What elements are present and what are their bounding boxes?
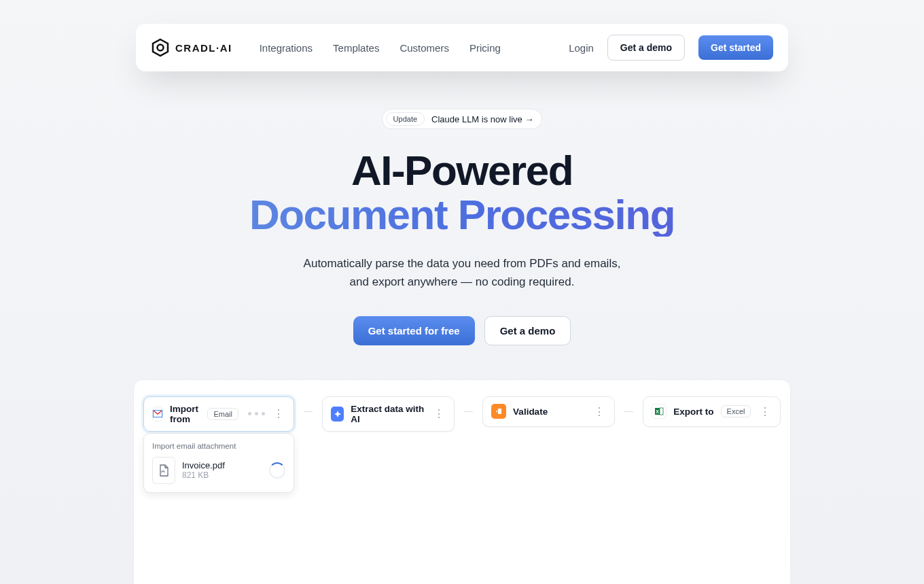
nav-pricing[interactable]: Pricing <box>469 42 501 54</box>
pdf-icon <box>152 457 175 484</box>
connector <box>464 411 473 413</box>
attachment-panel: Import email attachment Invoice.pdf 821 … <box>143 433 294 493</box>
extract-label: Extract data with AI <box>351 404 425 424</box>
hero-subtitle: Automatically parse the data you need fr… <box>0 254 924 291</box>
cta-get-demo[interactable]: Get a demo <box>484 316 571 345</box>
get-started-button[interactable]: Get started <box>698 35 773 60</box>
title-line2: Document Processing <box>0 192 924 237</box>
connector <box>624 411 633 413</box>
export-label: Export to <box>673 407 713 417</box>
loading-spinner-icon <box>269 462 285 479</box>
cta-get-started-free[interactable]: Get started for free <box>353 316 475 345</box>
file-row[interactable]: Invoice.pdf 821 KB <box>152 457 285 484</box>
import-label: Import from <box>170 404 200 424</box>
connector <box>304 411 313 413</box>
pill-text: Claude LLM is now live → <box>431 114 533 124</box>
logo-icon <box>151 38 170 57</box>
import-tag: Email <box>207 408 238 420</box>
hero-title: AI-Powered Document Processing <box>0 148 924 237</box>
step-export[interactable]: X Export to Excel ⋮ <box>643 396 781 427</box>
demo-button[interactable]: Get a demo <box>607 35 685 61</box>
step-validate[interactable]: Validate ⋮ <box>482 396 615 427</box>
svg-point-1 <box>158 45 164 51</box>
excel-icon: X <box>652 404 667 419</box>
top-nav: CRADL·AI Integrations Templates Customer… <box>136 24 788 71</box>
nav-integrations[interactable]: Integrations <box>260 42 313 54</box>
gmail-icon <box>152 407 163 422</box>
kebab-icon[interactable]: ⋮ <box>592 404 606 419</box>
nav-templates[interactable]: Templates <box>333 42 379 54</box>
file-size: 821 KB <box>182 470 225 480</box>
svg-rect-5 <box>660 408 663 415</box>
hero-cta: Get started for free Get a demo <box>0 316 924 345</box>
ai-icon <box>331 407 344 422</box>
title-line1: AI-Powered <box>0 148 924 192</box>
validate-label: Validate <box>513 407 548 417</box>
brand-logo[interactable]: CRADL·AI <box>151 38 232 57</box>
kebab-icon[interactable]: ⋮ <box>432 406 446 422</box>
step-extract[interactable]: Extract data with AI ⋮ <box>322 396 455 432</box>
file-info: Invoice.pdf 821 KB <box>182 460 225 480</box>
step-import-wrap: Import from Email ⋮ Import email attachm… <box>143 396 294 432</box>
login-link[interactable]: Login <box>569 42 594 54</box>
workflow-diagram: Import from Email ⋮ Import email attachm… <box>133 379 791 584</box>
kebab-icon[interactable]: ⋮ <box>272 406 285 422</box>
hero: Update Claude LLM is now live → AI-Power… <box>0 109 924 345</box>
nav-links: Integrations Templates Customers Pricing <box>260 42 501 54</box>
validate-icon <box>491 404 506 419</box>
kebab-icon[interactable]: ⋮ <box>758 404 772 419</box>
progress-dots <box>248 412 265 415</box>
nav-right: Login Get a demo Get started <box>569 35 773 61</box>
export-tag: Excel <box>721 405 751 417</box>
svg-marker-0 <box>153 39 168 56</box>
brand-text: CRADL·AI <box>175 42 232 54</box>
file-name: Invoice.pdf <box>182 460 225 470</box>
pill-badge: Update <box>386 112 425 126</box>
step-import[interactable]: Import from Email ⋮ <box>143 396 294 432</box>
nav-customers[interactable]: Customers <box>399 42 449 54</box>
update-pill[interactable]: Update Claude LLM is now live → <box>382 109 543 129</box>
svg-text:X: X <box>656 409 659 414</box>
attach-title: Import email attachment <box>152 442 285 450</box>
